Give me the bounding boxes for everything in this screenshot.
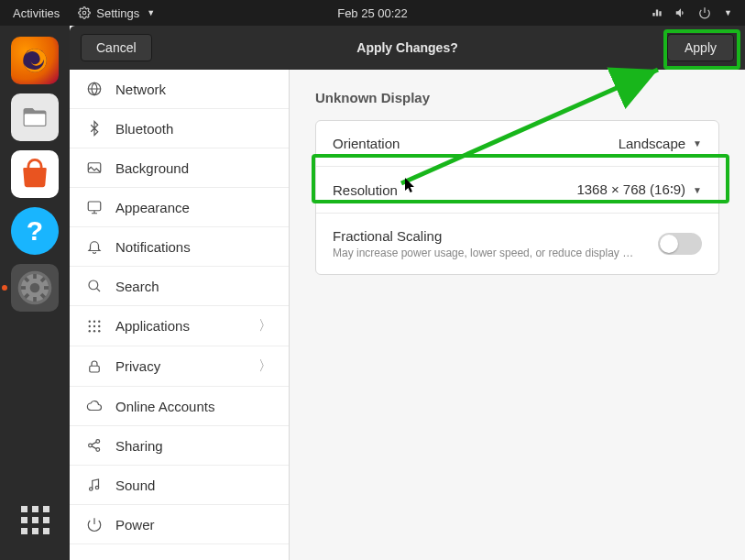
activities-button[interactable]: Activities — [0, 6, 72, 20]
sidebar-item-search[interactable]: Search — [70, 267, 289, 306]
resolution-label: Resolution — [333, 182, 398, 198]
svg-point-35 — [90, 488, 93, 490]
dock-help[interactable]: ? — [11, 207, 59, 255]
sidebar-item-bluetooth[interactable]: Bluetooth — [70, 109, 289, 148]
svg-point-6 — [30, 283, 40, 293]
lock-icon — [86, 358, 103, 375]
svg-point-30 — [89, 444, 93, 447]
settings-window: Cancel Apply Changes? Apply Network Blue… — [70, 26, 745, 560]
app-menu-label: Settings — [96, 6, 139, 20]
headerbar-title: Apply Changes? — [356, 40, 457, 55]
svg-line-14 — [41, 278, 45, 281]
display-settings-content: Unknown Display Orientation Landscape ▼ … — [290, 70, 745, 560]
sidebar-item-network[interactable]: Network — [70, 70, 289, 109]
chevron-down-icon: ▼ — [724, 8, 732, 17]
sidebar-item-sound[interactable]: Sound — [70, 466, 289, 505]
apply-button[interactable]: Apply — [667, 34, 734, 61]
headerbar: Cancel Apply Changes? Apply — [70, 26, 745, 70]
share-icon — [86, 437, 103, 454]
svg-line-34 — [92, 446, 96, 449]
cancel-button[interactable]: Cancel — [81, 34, 152, 61]
svg-point-18 — [89, 280, 98, 290]
sound-icon — [86, 477, 103, 493]
resolution-value: 1368 × 768 (16∶9) ▼ — [576, 181, 702, 198]
svg-point-22 — [98, 320, 100, 322]
sidebar-label: Notifications — [115, 239, 191, 255]
dock: ? — [0, 26, 70, 560]
sidebar-label: Search — [115, 279, 159, 294]
power-icon — [86, 516, 103, 533]
sidebar-item-notifications[interactable]: Notifications — [70, 227, 289, 267]
display-settings-panel: Orientation Landscape ▼ Resolution 1368 … — [315, 120, 719, 275]
network-icon — [651, 6, 663, 19]
svg-line-19 — [96, 288, 100, 291]
appearance-icon — [86, 199, 103, 215]
background-icon — [86, 159, 103, 176]
svg-point-26 — [89, 330, 91, 332]
cloud-icon — [86, 398, 103, 414]
svg-point-36 — [95, 486, 98, 489]
power-icon — [698, 6, 711, 19]
svg-point-25 — [98, 324, 100, 326]
gear-icon — [78, 6, 91, 19]
svg-point-20 — [89, 320, 91, 322]
sidebar-item-privacy[interactable]: Privacy 〉 — [70, 346, 289, 387]
sidebar-label: Privacy — [115, 358, 160, 374]
dock-software[interactable] — [11, 150, 59, 198]
dock-files[interactable] — [11, 93, 59, 141]
svg-point-23 — [89, 324, 91, 326]
clock[interactable]: Feb 25 00:22 — [337, 6, 408, 20]
chevron-down-icon: ▼ — [693, 185, 702, 195]
sidebar-item-applications[interactable]: Applications 〉 — [70, 306, 289, 346]
app-menu[interactable]: Settings ▼ — [72, 6, 155, 20]
svg-point-32 — [96, 448, 100, 452]
sidebar-label: Online Accounts — [115, 399, 214, 414]
sidebar-item-power[interactable]: Power — [70, 505, 289, 544]
top-panel: Activities Settings ▼ Feb 25 00:22 ▼ — [0, 0, 745, 26]
orientation-label: Orientation — [333, 136, 400, 151]
question-icon: ? — [27, 215, 43, 247]
svg-rect-3 — [25, 114, 46, 126]
sidebar-item-online-accounts[interactable]: Online Accounts — [70, 387, 289, 426]
svg-rect-17 — [88, 202, 101, 211]
svg-point-24 — [93, 324, 95, 326]
svg-line-12 — [41, 294, 45, 298]
dock-settings[interactable] — [11, 264, 59, 312]
sidebar-label: Bluetooth — [115, 121, 173, 137]
fractional-scaling-row[interactable]: Fractional Scaling May increase power us… — [316, 214, 718, 274]
sidebar-label: Applications — [115, 318, 190, 334]
sidebar-item-sharing[interactable]: Sharing — [70, 426, 289, 466]
sidebar-label: Sound — [115, 478, 155, 493]
orientation-value: Landscape ▼ — [619, 136, 702, 151]
fractional-sublabel: May increase power usage, lower speed, o… — [333, 247, 635, 259]
dock-firefox[interactable] — [11, 37, 59, 84]
sidebar-label: Background — [115, 160, 189, 176]
svg-rect-29 — [90, 366, 100, 372]
shopping-bag-icon — [19, 159, 50, 190]
folder-icon — [21, 104, 49, 131]
svg-point-27 — [93, 330, 95, 332]
sidebar-item-background[interactable]: Background — [70, 148, 289, 188]
chevron-down-icon: ▼ — [693, 138, 702, 148]
bell-icon — [86, 238, 103, 255]
svg-point-31 — [96, 440, 100, 444]
sidebar-label: Appearance — [115, 200, 190, 215]
chevron-down-icon: ▼ — [147, 8, 155, 17]
svg-point-0 — [83, 11, 87, 15]
sidebar-label: Network — [115, 82, 166, 97]
svg-line-33 — [92, 442, 96, 445]
sidebar-label: Power — [115, 517, 155, 533]
orientation-row[interactable]: Orientation Landscape ▼ — [316, 121, 718, 167]
sidebar-item-appearance[interactable]: Appearance — [70, 188, 289, 227]
fractional-scaling-switch[interactable] — [658, 233, 702, 255]
grid-icon — [86, 318, 103, 335]
search-icon — [86, 278, 103, 294]
bluetooth-icon — [86, 120, 103, 137]
firefox-icon — [19, 45, 50, 76]
show-applications-button[interactable] — [11, 496, 59, 544]
settings-sidebar: Network Bluetooth Background Appearance … — [70, 70, 290, 560]
svg-line-13 — [25, 294, 28, 298]
fractional-label: Fractional Scaling — [333, 228, 635, 244]
resolution-row[interactable]: Resolution 1368 × 768 (16∶9) ▼ — [316, 167, 718, 214]
system-tray[interactable]: ▼ — [651, 6, 745, 19]
